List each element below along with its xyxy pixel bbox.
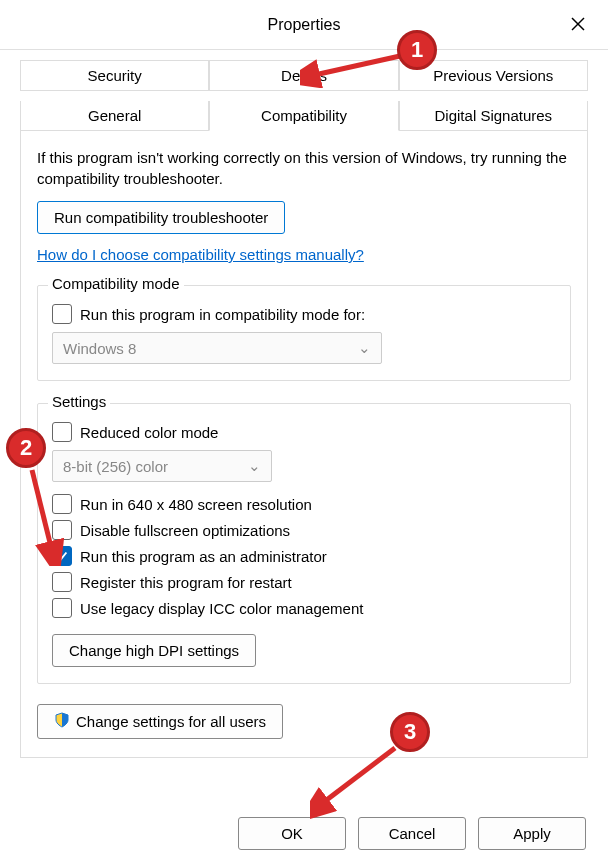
dialog-footer: OK Cancel Apply: [238, 817, 586, 850]
svg-line-4: [320, 748, 395, 805]
all-users-label: Change settings for all users: [76, 713, 266, 730]
color-combo-value: 8-bit (256) color: [63, 458, 168, 475]
chevron-down-icon: ⌄: [248, 457, 261, 475]
cancel-button[interactable]: Cancel: [358, 817, 466, 850]
run-admin-label: Run this program as an administrator: [80, 548, 327, 565]
window-title: Properties: [268, 16, 341, 34]
register-restart-checkbox[interactable]: [52, 572, 72, 592]
run-troubleshooter-button[interactable]: Run compatibility troubleshooter: [37, 201, 285, 234]
chevron-down-icon: ⌄: [358, 339, 371, 357]
apply-button[interactable]: Apply: [478, 817, 586, 850]
tab-digital-signatures[interactable]: Digital Signatures: [399, 101, 588, 131]
annotation-arrow-3: [310, 740, 410, 820]
color-combo[interactable]: 8-bit (256) color ⌄: [52, 450, 272, 482]
svg-line-2: [310, 56, 400, 76]
ok-button[interactable]: OK: [238, 817, 346, 850]
register-restart-label: Register this program for restart: [80, 574, 292, 591]
reduced-color-checkbox[interactable]: [52, 422, 72, 442]
compat-mode-label: Run this program in compatibility mode f…: [80, 306, 365, 323]
tabs-row2: General Compatibility Digital Signatures: [20, 101, 588, 131]
tab-security[interactable]: Security: [20, 60, 209, 91]
all-users-button[interactable]: Change settings for all users: [37, 704, 283, 739]
compat-mode-legend: Compatibility mode: [48, 275, 184, 292]
settings-legend: Settings: [48, 393, 110, 410]
tab-compatibility[interactable]: Compatibility: [209, 101, 398, 131]
settings-group: Settings Reduced color mode 8-bit (256) …: [37, 403, 571, 684]
reduced-color-label: Reduced color mode: [80, 424, 218, 441]
compat-mode-group: Compatibility mode Run this program in c…: [37, 285, 571, 381]
lowres-label: Run in 640 x 480 screen resolution: [80, 496, 312, 513]
tab-general[interactable]: General: [20, 101, 209, 131]
legacy-icc-checkbox[interactable]: [52, 598, 72, 618]
compat-mode-checkbox[interactable]: [52, 304, 72, 324]
help-link[interactable]: How do I choose compatibility settings m…: [37, 246, 364, 263]
tab-panel: If this program isn't working correctly …: [20, 131, 588, 758]
annotation-arrow-2: [24, 466, 64, 566]
legacy-icc-label: Use legacy display ICC color management: [80, 600, 363, 617]
annotation-arrow-1: [300, 48, 410, 88]
svg-line-3: [32, 470, 52, 551]
compat-mode-combo-value: Windows 8: [63, 340, 136, 357]
disable-fullscreen-label: Disable fullscreen optimizations: [80, 522, 290, 539]
shield-icon: [54, 712, 70, 731]
annotation-badge-3: 3: [390, 712, 430, 752]
compat-mode-combo[interactable]: Windows 8 ⌄: [52, 332, 382, 364]
annotation-badge-2: 2: [6, 428, 46, 468]
dpi-settings-button[interactable]: Change high DPI settings: [52, 634, 256, 667]
titlebar: Properties: [0, 0, 608, 50]
annotation-badge-1: 1: [397, 30, 437, 70]
close-button[interactable]: [566, 12, 590, 36]
intro-text: If this program isn't working correctly …: [37, 147, 571, 189]
